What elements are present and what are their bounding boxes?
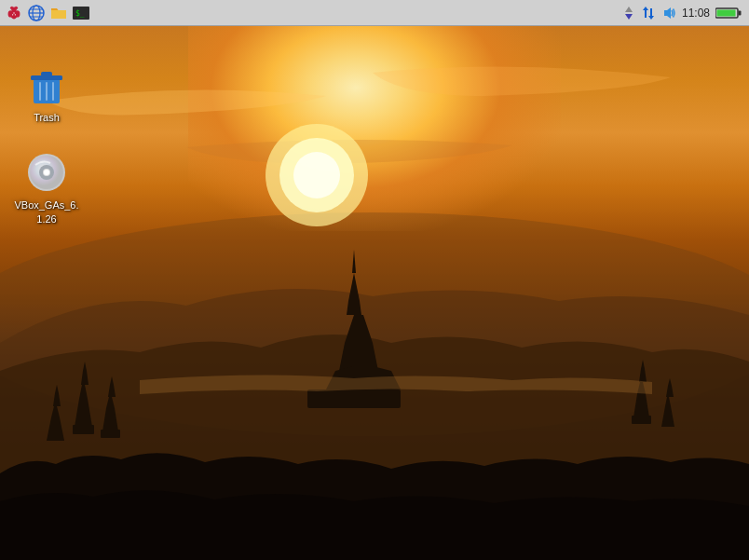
- trash-icon-image: [24, 62, 69, 107]
- svg-marker-21: [643, 7, 648, 10]
- svg-rect-31: [101, 430, 120, 438]
- terminal-button[interactable]: $_: [71, 3, 91, 23]
- background-silhouette: [0, 26, 749, 560]
- svg-point-35: [293, 152, 340, 198]
- svg-marker-23: [648, 16, 654, 20]
- taskbar: $_: [0, 0, 749, 26]
- svg-rect-38: [41, 72, 52, 76]
- clock-display: 11:08: [682, 7, 710, 20]
- svg-rect-30: [73, 425, 94, 434]
- svg-rect-5: [11, 6, 12, 8]
- trash-icon-label: Trash: [34, 111, 60, 124]
- svg-marker-24: [664, 7, 671, 19]
- vbox-cd-icon[interactable]: VBox_GAs_6.1.26: [9, 146, 84, 229]
- disk-activity-icon: [622, 6, 635, 20]
- taskbar-apps: $_: [0, 3, 95, 23]
- battery-icon: [715, 7, 742, 20]
- taskbar-tray: 11:08: [615, 6, 749, 20]
- volume-icon[interactable]: [661, 6, 676, 20]
- svg-point-46: [44, 170, 49, 175]
- file-manager-button[interactable]: [48, 3, 69, 23]
- web-browser-button[interactable]: [26, 3, 47, 23]
- svg-point-9: [15, 14, 16, 15]
- svg-rect-32: [632, 416, 651, 424]
- svg-marker-18: [625, 7, 633, 12]
- svg-rect-26: [739, 10, 742, 15]
- svg-point-8: [12, 14, 13, 15]
- svg-point-7: [10, 10, 17, 19]
- svg-text:$_: $_: [75, 9, 85, 18]
- raspberry-pi-menu-button[interactable]: [4, 3, 24, 23]
- svg-rect-6: [15, 6, 16, 8]
- svg-rect-27: [717, 9, 736, 16]
- svg-rect-29: [307, 389, 401, 408]
- vbox-cd-icon-label: VBox_GAs_6.1.26: [13, 198, 80, 225]
- desktop: Trash: [0, 26, 749, 560]
- svg-point-10: [13, 12, 14, 13]
- svg-marker-19: [625, 14, 633, 20]
- desktop-icons: Trash: [9, 59, 84, 229]
- trash-icon[interactable]: Trash: [9, 59, 84, 128]
- network-icon: [641, 6, 656, 20]
- vbox-cd-icon-image: [24, 150, 69, 195]
